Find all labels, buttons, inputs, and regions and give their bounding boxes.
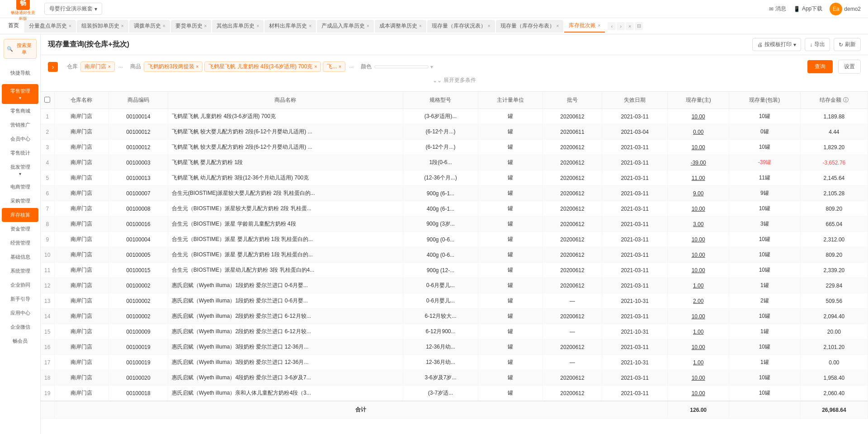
sidebar-item-batch-manage[interactable]: 批发管理 ▾ bbox=[2, 160, 38, 180]
sidebar-item-zero-mall[interactable]: 零售商城 bbox=[2, 104, 38, 118]
tab-chanpin[interactable]: 产成品入库单历史 × bbox=[317, 20, 374, 33]
tab-zuchai[interactable]: 组装拆卸单历史 × bbox=[77, 20, 128, 33]
row-qty-main[interactable]: 9.00 bbox=[668, 186, 729, 201]
expand-more-btn[interactable]: ⌄⌄ 展开更多条件 bbox=[48, 74, 861, 87]
sidebar-item-member[interactable]: 会员中心 bbox=[2, 132, 38, 146]
tab-cailiao[interactable]: 材料出库单历史 × bbox=[264, 20, 316, 33]
sidebar-item-finance[interactable]: 资金管理 bbox=[2, 222, 38, 236]
row-qty-main[interactable]: 1.00 bbox=[668, 324, 729, 340]
sidebar-item-purchase[interactable]: 采购管理 bbox=[2, 194, 38, 208]
close-icon[interactable]: × bbox=[309, 24, 311, 28]
warehouse-more-icon[interactable]: ··· bbox=[117, 64, 125, 70]
sidebar-item-stats[interactable]: 零售统计 bbox=[2, 146, 38, 160]
row-qty-main[interactable]: 10.00 bbox=[668, 109, 729, 124]
sidebar-item-apps[interactable]: 应用中心 bbox=[2, 306, 38, 320]
row-qty-main[interactable]: 3.00 bbox=[668, 217, 729, 232]
close-icon[interactable]: × bbox=[488, 24, 491, 28]
product-more-icon[interactable]: ··· bbox=[347, 64, 355, 70]
tab-piliang[interactable]: 库存批次账 × bbox=[564, 20, 605, 33]
remove-product-3-icon[interactable]: × bbox=[339, 64, 341, 69]
sidebar-item-quick-nav[interactable]: 快捷导航 bbox=[2, 66, 38, 80]
sidebar-item-ops[interactable]: 经营管理 bbox=[2, 236, 38, 250]
export-btn[interactable]: ↓ 导出 bbox=[805, 38, 830, 51]
message-label: 消息 bbox=[775, 5, 786, 13]
sidebar-item-stock[interactable]: 库存核算 bbox=[2, 208, 38, 222]
row-qty-main[interactable]: 11.00 bbox=[668, 170, 729, 186]
close-icon[interactable]: × bbox=[557, 24, 559, 28]
search-menu-btn[interactable]: 🔍 搜索菜单 bbox=[4, 39, 37, 59]
close-icon[interactable]: × bbox=[204, 24, 207, 28]
print-btn[interactable]: 🖨 按模板打印 ▾ bbox=[752, 38, 801, 51]
sidebar-item-base[interactable]: 基础信息 bbox=[2, 250, 38, 264]
row-qty-main[interactable]: 10.00 bbox=[668, 232, 729, 247]
app-download-btn[interactable]: 📱 App下载 bbox=[793, 5, 822, 13]
tab-chengben[interactable]: 成本调整单历史 × bbox=[375, 20, 426, 33]
tab-prev-btn[interactable]: ‹ bbox=[608, 22, 616, 30]
sidebar-item-sys[interactable]: 系统管理 bbox=[2, 264, 38, 278]
product-tag-3[interactable]: 飞... × bbox=[323, 61, 345, 72]
expand-sidebar-btn[interactable]: › bbox=[48, 62, 58, 72]
sidebar-item-guide[interactable]: 新手引导 bbox=[2, 292, 38, 306]
row-qty-main[interactable]: 10.00 bbox=[668, 309, 729, 324]
message-btn[interactable]: ✉ 消息 bbox=[769, 5, 786, 13]
row-name: 合生元（BIOSTIME）派星 婴儿配方奶粉 1段 乳桂蛋白的... bbox=[168, 247, 403, 263]
row-qty-main[interactable]: 10.00 bbox=[668, 386, 729, 401]
sidebar-item-member2[interactable]: 畅会员 bbox=[2, 334, 38, 348]
row-qty-pack: 10罐 bbox=[729, 370, 800, 386]
remove-warehouse-icon[interactable]: × bbox=[108, 64, 111, 69]
row-expire: 2021-03-11 bbox=[602, 340, 668, 355]
close-icon[interactable]: × bbox=[419, 24, 422, 28]
select-all-checkbox[interactable] bbox=[44, 97, 50, 103]
tab-qitachu[interactable]: 其他出库单历史 × bbox=[212, 20, 264, 33]
row-qty-main[interactable]: 0.00 bbox=[668, 124, 729, 140]
summary-label: 合计 bbox=[54, 401, 668, 419]
row-qty-main[interactable]: 10.00 bbox=[668, 201, 729, 217]
tab-fenpan[interactable]: 分量盘点单历史 × bbox=[24, 20, 76, 33]
row-qty-main[interactable]: 10.00 bbox=[668, 140, 729, 155]
sidebar-item-zero-manage[interactable]: 零售管理 ▾ bbox=[2, 84, 38, 104]
row-qty-main[interactable]: 10.00 bbox=[668, 247, 729, 263]
close-icon[interactable]: × bbox=[121, 24, 124, 28]
row-qty-main[interactable]: -39.00 bbox=[668, 155, 729, 170]
table-row: 8 南岸门店 00100016 合生元（BIOSTIME）派星 学龄前儿童配方奶… bbox=[41, 217, 868, 232]
row-code: 00100007 bbox=[109, 186, 168, 201]
row-qty-main[interactable]: 2.00 bbox=[668, 293, 729, 309]
row-qty-main[interactable]: 10.00 bbox=[668, 340, 729, 355]
tab-tiaopi[interactable]: 调拨单历史 × bbox=[129, 20, 170, 33]
close-icon[interactable]: × bbox=[163, 24, 165, 28]
close-icon[interactable]: × bbox=[256, 24, 259, 28]
tab-next-btn[interactable]: › bbox=[617, 22, 625, 30]
close-icon[interactable]: × bbox=[69, 24, 71, 28]
account-selector[interactable]: 母婴行业演示账套 ▾ bbox=[44, 3, 102, 15]
setting-btn[interactable]: 设置 bbox=[838, 60, 861, 74]
color-input[interactable] bbox=[374, 66, 429, 68]
tab-xianzai1[interactable]: 现存量（库存状况表） × bbox=[427, 20, 495, 33]
row-qty-main[interactable]: 1.00 bbox=[668, 355, 729, 370]
product-tag-1[interactable]: 飞鹤奶粉3段两提装 × bbox=[144, 61, 203, 72]
refresh-btn[interactable]: ↻ 刷新 bbox=[834, 38, 861, 51]
sidebar-item-ecom[interactable]: 电商管理 bbox=[2, 180, 38, 194]
summary-empty bbox=[41, 401, 54, 419]
row-qty-main[interactable]: 10.00 bbox=[668, 370, 729, 386]
remove-product-2-icon[interactable]: × bbox=[314, 64, 317, 69]
tab-close-all-btn[interactable]: × bbox=[626, 22, 634, 30]
tab-menu-btn[interactable]: ⊟ bbox=[635, 22, 643, 30]
row-warehouse: 南岸门店 bbox=[54, 155, 109, 170]
tab-yaohuo[interactable]: 要货单历史 × bbox=[171, 20, 212, 33]
close-icon[interactable]: × bbox=[367, 24, 369, 28]
sidebar-item-wechat[interactable]: 企业微信 bbox=[2, 320, 38, 334]
remove-product-1-icon[interactable]: × bbox=[196, 64, 199, 69]
sidebar-item-market[interactable]: 营销推广 bbox=[2, 118, 38, 132]
close-icon[interactable]: × bbox=[598, 23, 600, 28]
product-tag-2[interactable]: 飞鹤星飞帆 儿童奶粉 4段(3-6岁适用) 700克 × bbox=[204, 61, 321, 72]
warehouse-tag[interactable]: 南岸门店 × bbox=[80, 61, 115, 72]
row-num: 6 bbox=[41, 186, 54, 201]
summary-empty-pack bbox=[729, 401, 800, 419]
sidebar-item-coop[interactable]: 企业协同 bbox=[2, 278, 38, 292]
tab-home[interactable]: 首页 bbox=[4, 20, 24, 33]
user-profile[interactable]: Ea demo2 bbox=[830, 3, 861, 15]
tab-xianzai2[interactable]: 现存量（库存分布表） × bbox=[496, 20, 564, 33]
row-qty-main[interactable]: 1.00 bbox=[668, 278, 729, 293]
search-btn[interactable]: 查询 bbox=[807, 60, 833, 73]
row-qty-main[interactable]: 10.00 bbox=[668, 263, 729, 278]
